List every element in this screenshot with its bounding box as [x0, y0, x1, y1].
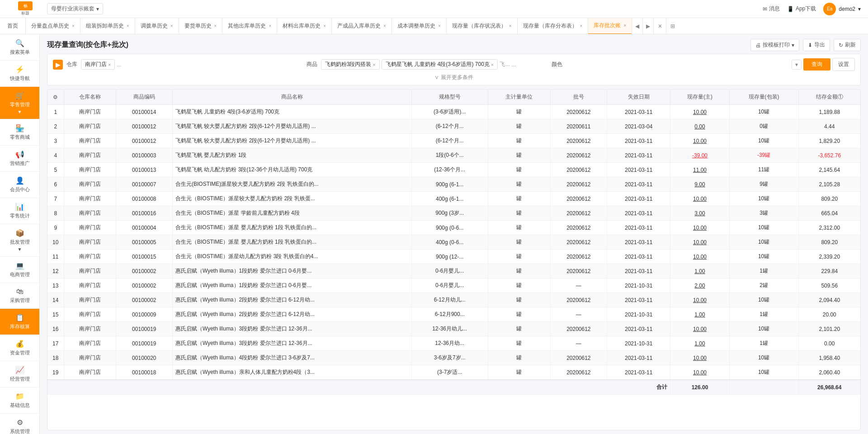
product-filter-dots[interactable]: ...: [511, 61, 516, 68]
row-warehouse: 南岸门店: [64, 134, 116, 148]
row-qty-main[interactable]: -39.00: [670, 148, 729, 163]
row-amount: 809.20: [798, 192, 860, 206]
row-qty-main[interactable]: 10.00: [670, 351, 729, 365]
close-tab-demand[interactable]: ×: [214, 24, 217, 28]
sidebar-item-retail-shop[interactable]: 🏪 零售商城: [0, 119, 39, 146]
row-qty-main[interactable]: 1.00: [670, 307, 729, 322]
tab-product-in[interactable]: 产成品入库单历史 ×: [332, 18, 392, 34]
user-menu[interactable]: Ea demo2 ▾: [823, 3, 861, 15]
sidebar-item-marketing[interactable]: 📢 营销推广: [0, 146, 39, 172]
row-qty-main[interactable]: 10.00: [670, 235, 729, 250]
row-qty-main[interactable]: 10.00: [670, 134, 729, 148]
warehouse-tag-close[interactable]: ×: [108, 62, 111, 67]
product-tag-1-close[interactable]: ×: [373, 62, 375, 67]
export-button[interactable]: ⬇ 导出: [803, 39, 830, 51]
row-qty-main[interactable]: 10.00: [670, 250, 729, 264]
sidebar-item-ecommerce[interactable]: 💻 电商管理: [0, 257, 39, 283]
close-tab-batch-post[interactable]: ×: [623, 23, 626, 28]
row-amount: 509.56: [798, 278, 860, 293]
row-qty-main[interactable]: 1.00: [670, 336, 729, 351]
tab-home[interactable]: 首页: [0, 18, 26, 34]
close-tab-other-out[interactable]: ×: [269, 24, 271, 28]
tab-batch-post[interactable]: 库存批次账 ×: [588, 18, 632, 34]
sidebar-item-inventory[interactable]: 📋 库存核算: [0, 309, 39, 335]
sidebar-item-retail-stats[interactable]: 📊 零售统计: [0, 198, 39, 224]
close-tab-product-in[interactable]: ×: [383, 24, 386, 28]
close-tab-split-stock[interactable]: ×: [72, 24, 75, 28]
filter-expand-button[interactable]: ▶: [53, 60, 63, 70]
row-no: 4: [47, 148, 64, 163]
tab-split-stock[interactable]: 分量盘点单历史 ×: [26, 18, 80, 34]
sidebar-item-operations[interactable]: 📈 经营管理: [0, 361, 39, 387]
row-qty-main[interactable]: 10.00: [670, 365, 729, 380]
filter-bar: ▶ 仓库 南岸门店 × ... 商品 飞鹤奶粉3段丙搭装 ×: [47, 54, 861, 85]
sidebar-item-purchase[interactable]: 🛍 采购管理: [0, 283, 39, 309]
tab-disassemble[interactable]: 组装拆卸单历史 ×: [80, 18, 135, 34]
row-qty-main[interactable]: 10.00: [670, 105, 729, 119]
close-tab-cost-adjust[interactable]: ×: [438, 24, 441, 28]
tab-demand[interactable]: 要货单历史 ×: [179, 18, 223, 34]
row-amount: 1,829.20: [798, 134, 860, 148]
nav-expand-button[interactable]: ⊞: [666, 18, 679, 34]
row-qty-main[interactable]: 11.00: [670, 163, 729, 177]
warehouse-selector[interactable]: 母婴行业演示账套 ▾: [47, 3, 103, 14]
row-qty-main[interactable]: 10.00: [670, 192, 729, 206]
row-qty-main[interactable]: 10.00: [670, 293, 729, 307]
row-spec: 900g (3岁...: [411, 206, 488, 221]
row-name: 惠氏启赋（Wyeth illuma）2段奶粉 爱尔兰进口 6-12月幼...: [172, 307, 411, 322]
tab-material-out[interactable]: 材料出库单历史 ×: [277, 18, 332, 34]
settings-button[interactable]: 设置: [832, 58, 855, 71]
close-tab-material-out[interactable]: ×: [323, 24, 326, 28]
row-qty-main[interactable]: 10.00: [670, 322, 729, 336]
sidebar-item-search[interactable]: 🔍 搜索英单: [0, 34, 39, 61]
product-tag-2-close[interactable]: ×: [491, 62, 494, 67]
row-unit: 罐: [488, 336, 550, 351]
close-tab-mix[interactable]: ×: [170, 24, 173, 28]
row-qty-main[interactable]: 10.00: [670, 221, 729, 235]
sidebar-item-basic[interactable]: 📁 基础信息: [0, 387, 39, 414]
row-unit: 罐: [488, 177, 550, 192]
sidebar-item-member[interactable]: 👤 会员中心: [0, 172, 39, 198]
close-tab-stock-dist[interactable]: ×: [580, 24, 583, 28]
row-amount: 0.00: [798, 336, 860, 351]
print-button[interactable]: 🖨 按模板打印 ▾: [750, 39, 799, 51]
app-download-button[interactable]: 📱 App下载: [787, 5, 816, 13]
row-qty-main[interactable]: 9.00: [670, 177, 729, 192]
sidebar-item-system[interactable]: ⚙ 系统管理: [0, 414, 39, 434]
tab-mix[interactable]: 调拨单历史 ×: [135, 18, 179, 34]
message-button[interactable]: ✉ 消息: [763, 5, 780, 13]
inventory-icon: 📋: [15, 313, 24, 322]
sidebar-item-retail[interactable]: 🛒 零售管理 ▼: [0, 87, 39, 119]
product-tag-1[interactable]: 飞鹤奶粉3段丙搭装 ×: [321, 59, 380, 70]
row-qty-main[interactable]: 0.00: [670, 119, 729, 134]
col-settings[interactable]: ⚙: [47, 90, 64, 105]
row-batch: 20200612: [550, 177, 607, 192]
expand-more-button[interactable]: ∨ 展开更多条件: [434, 74, 473, 81]
row-qty-main[interactable]: 3.00: [670, 206, 729, 221]
product-filter-more[interactable]: 飞...: [500, 61, 509, 68]
warehouse-tag[interactable]: 南岸门店 ×: [81, 59, 115, 70]
row-qty-main[interactable]: 2.00: [670, 278, 729, 293]
product-tag-2[interactable]: 飞鹤星飞帆 儿童奶粉 4段(3-6岁适用) 700克 ×: [382, 59, 498, 70]
nav-close-all-button[interactable]: ✕: [654, 18, 666, 34]
tab-stock-dist[interactable]: 现存量（库存分布表） ×: [518, 18, 589, 34]
row-qty-pkg: 9罐: [729, 177, 798, 192]
tab-stock-status[interactable]: 现存量（库存状况表） ×: [447, 18, 518, 34]
row-expiry: 2021-03-11: [607, 365, 670, 380]
row-qty-pkg: 3罐: [729, 206, 798, 221]
row-qty-main[interactable]: 1.00: [670, 264, 729, 278]
warehouse-filter-more[interactable]: ...: [117, 61, 121, 68]
sidebar-item-finance[interactable]: 💰 资金管理: [0, 335, 39, 361]
close-tab-disassemble[interactable]: ×: [127, 24, 129, 28]
filter-collapse-button[interactable]: ▾: [792, 60, 802, 70]
tab-cost-adjust[interactable]: 成本调整单历史 ×: [392, 18, 447, 34]
refresh-button[interactable]: ↻ 刷新: [834, 39, 861, 51]
nav-prev-button[interactable]: ◀: [632, 18, 643, 34]
nav-next-button[interactable]: ▶: [643, 18, 654, 34]
sidebar-item-wholesale[interactable]: 📦 批发管理 ▼: [0, 224, 39, 257]
close-tab-stock-status[interactable]: ×: [509, 24, 512, 28]
tab-other-out[interactable]: 其他出库单历史 ×: [222, 18, 277, 34]
gear-icon[interactable]: ⚙: [53, 94, 58, 100]
sidebar-item-shortcut[interactable]: ⚡ 快捷导航: [0, 61, 39, 87]
search-button[interactable]: 查询: [803, 58, 830, 71]
